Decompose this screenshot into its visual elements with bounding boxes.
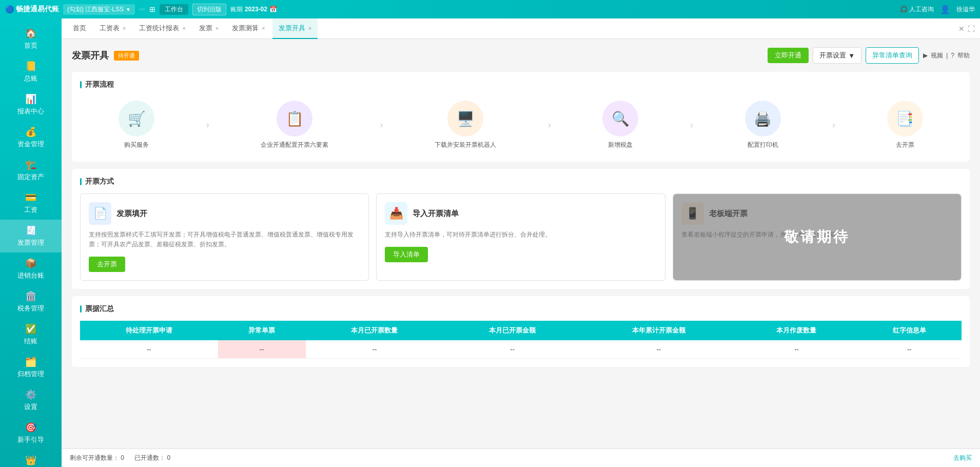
settings-button[interactable]: 开票设置 ▼ (813, 47, 861, 64)
sidebar-item-settings[interactable]: ⚙️ 设置 (0, 384, 62, 417)
tab-salary[interactable]: 工资表× (93, 18, 132, 39)
sidebar-label-settlement: 结账 (24, 337, 37, 346)
summary-section-title: 票据汇总 (80, 304, 962, 314)
summary-cell-6: -- (857, 340, 962, 359)
sidebar-item-member[interactable]: 👑 畅会员 (0, 450, 62, 467)
tab-salary-report[interactable]: 工资统计报表× (133, 18, 191, 39)
remaining-value: 0 (121, 454, 124, 461)
method-btn-manual[interactable]: 去开票 (89, 257, 125, 272)
page-title-row: 发票开具 待开通 (72, 49, 139, 62)
settlement-icon: ✅ (25, 323, 36, 335)
sidebar-label-salary: 工资 (24, 205, 37, 215)
sidebar-item-fixed-assets[interactable]: 🏗️ 固定资产 (0, 154, 62, 187)
step-issue-invoice[interactable]: 📑 去开票 (887, 101, 923, 149)
sidebar-item-purchase-sales[interactable]: 📦 进销台账 (0, 252, 62, 285)
step-icon-add-taxbox: 🔍 (602, 101, 638, 137)
summary-col-1: 异常单票 (218, 321, 306, 340)
sidebar-item-home[interactable]: 🏠 首页 (0, 23, 62, 55)
method-title-import: 导入开票清单 (413, 209, 459, 219)
abnormal-query-button[interactable]: 异常清单查询 (866, 47, 919, 64)
user-avatar: 👤 (940, 5, 950, 14)
sidebar-label-reports: 报表中心 (17, 107, 44, 116)
oldver-button[interactable]: 切到旧版 (192, 4, 226, 15)
help-label[interactable]: 帮助 (957, 51, 970, 60)
open-now-button[interactable]: 立即开通 (768, 48, 809, 63)
tab-controls: ✕ ⛶ (958, 25, 975, 33)
method-title-manual: 发票填开 (116, 209, 147, 219)
workspace-button[interactable]: 工作台 (160, 4, 188, 15)
content-area: 首页工资表×工资统计报表×发票×发票测算×发票开具× ✕ ⛶ 发票开具 待开通 … (62, 18, 980, 467)
sidebar-item-general-ledger[interactable]: 📒 总账 (0, 55, 62, 88)
tab-close-invoice[interactable]: × (215, 25, 219, 31)
tab-home[interactable]: 首页 (67, 18, 92, 39)
tab-invoice[interactable]: 发票× (193, 18, 225, 39)
sidebar-item-reports[interactable]: 📊 报表中心 (0, 88, 62, 121)
company-selector[interactable]: (勾划) 江西服宝-LSS ▼ (63, 4, 135, 15)
period-icon[interactable]: 📅 (269, 6, 277, 13)
page-actions: 立即开通 开票设置 ▼ 异常清单查询 ▶ 视频 | ? 帮助 (768, 47, 970, 64)
tab-close-invoice-tool[interactable]: × (308, 25, 311, 31)
summary-cell-1: -- (218, 340, 306, 359)
general-ledger-icon: 📒 (25, 61, 36, 72)
step-download-robot[interactable]: 🖥️ 下载并安装开票机器人 (435, 101, 496, 149)
sidebar-item-new-guide[interactable]: 🎯 新手引导 (0, 417, 62, 450)
method-btn-import[interactable]: 导入清单 (385, 247, 428, 262)
tab-invoice-tool[interactable]: 发票开具× (272, 18, 318, 39)
sidebar-label-purchase-sales: 进销台账 (17, 271, 44, 280)
summary-col-0: 待处理开票申请 (80, 321, 218, 340)
summary-table: 待处理开票申请异常单票本月已开票数量本月已开票金额本年累计开票金额本月作废数量红… (80, 321, 962, 359)
method-desc-import: 支持导入待开票清单，可对待开票清单进行拆分、合并处理。 (385, 230, 656, 240)
sidebar-label-funds: 资金管理 (17, 140, 44, 149)
step-icon-issue-invoice: 📑 (887, 101, 923, 137)
sidebar-item-funds[interactable]: 💰 资金管理 (0, 121, 62, 154)
view-label[interactable]: 视频 (931, 51, 943, 60)
overlay-text-boss: 敬请期待 (784, 227, 850, 247)
summary-col-3: 本月已开票金额 (443, 321, 581, 340)
tab-invoice-calc[interactable]: 发票测算× (226, 18, 271, 39)
sidebar-item-tax-mgmt[interactable]: 🏛️ 税务管理 (0, 285, 62, 318)
purchase-sales-icon: 📦 (25, 258, 36, 269)
member-icon: 👑 (25, 455, 36, 466)
home-icon: 🏠 (25, 28, 36, 39)
buy-link[interactable]: 去购买 (953, 454, 972, 462)
sidebar-item-salary[interactable]: 💳 工资 (0, 187, 62, 220)
sidebar-item-archive[interactable]: 🗂️ 归档管理 (0, 351, 62, 384)
user-name: 徐溢华 (956, 5, 975, 14)
help-row: ▶ 视频 | ? 帮助 (923, 51, 970, 60)
sidebar-item-invoice-mgmt[interactable]: 🧾 发票管理 (0, 220, 62, 252)
step-add-taxbox[interactable]: 🔍 新增税盘 (602, 101, 638, 149)
copy-icon[interactable]: ⊞ (149, 5, 155, 13)
tab-label-salary: 工资表 (100, 24, 120, 33)
sidebar-item-settlement[interactable]: ✅ 结账 (0, 318, 62, 351)
copy-button[interactable] (139, 8, 145, 10)
step-config-printer[interactable]: 🖨️ 配置打印机 (745, 101, 781, 149)
method-overlay-boss: 敬请期待 (673, 194, 961, 280)
summary-col-6: 红字信息单 (857, 321, 962, 340)
fixed-assets-icon: 🏗️ (25, 159, 36, 170)
support-icon: 🎧 (900, 6, 908, 13)
methods-row: 📄 发票填开 支持按照发票样式手工填写开发票；可开具增值税电子普通发票、增值税普… (80, 193, 962, 281)
summary-cell-3: -- (443, 340, 581, 359)
top-bar-right: 🎧 人工咨询 👤 徐溢华 (900, 5, 975, 14)
company-dropdown-icon: ▼ (126, 7, 131, 12)
step-icon-download-robot: 🖥️ (447, 101, 483, 137)
step-enterprise-setup[interactable]: 📋 企业开通配置开票六要素 (261, 101, 328, 149)
support-link[interactable]: 🎧 人工咨询 (900, 5, 934, 14)
tab-close-salary-report[interactable]: × (182, 25, 185, 31)
method-card-import: 📥 导入开票清单 支持导入待开票清单，可对待开票清单进行拆分、合并处理。 导入清… (376, 193, 665, 281)
opened-label: 已开通数： 0 (134, 454, 170, 462)
sidebar-label-settings: 设置 (24, 402, 37, 412)
help-icon: ? (951, 52, 954, 59)
video-icon: ▶ (923, 52, 928, 59)
sidebar-label-general-ledger: 总账 (24, 74, 37, 83)
close-all-icon[interactable]: ✕ (958, 25, 965, 33)
tab-close-invoice-calc[interactable]: × (262, 25, 265, 31)
expand-icon[interactable]: ⛶ (968, 25, 975, 33)
step-buy-service[interactable]: 🛒 购买服务 (119, 101, 154, 149)
period-value: 2023-02 (245, 6, 267, 13)
tab-close-salary[interactable]: × (123, 25, 126, 31)
step-icon-enterprise-setup: 📋 (277, 101, 312, 137)
method-icon-manual: 📄 (89, 202, 111, 225)
process-steps: 🛒 购买服务 › 📋 企业开通配置开票六要素 › 🖥️ 下载并安装开票机器人 ›… (80, 96, 962, 153)
sidebar-label-archive: 归档管理 (17, 369, 44, 379)
